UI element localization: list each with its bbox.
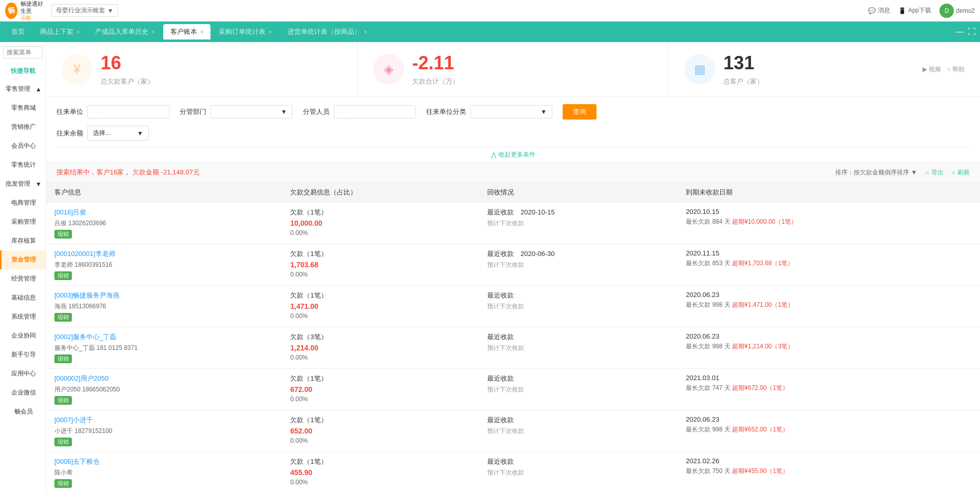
debt-amount[interactable]: 652.00 <box>290 427 471 435</box>
balance-select[interactable]: 选择... ▼ <box>87 126 149 141</box>
overdue-link[interactable]: 超期¥1,703.68（1笔） <box>732 260 794 267</box>
tab-customer-account[interactable]: 客户账本 × <box>163 24 210 40</box>
customer-name-link[interactable]: [0016]吕俊 <box>54 208 274 217</box>
refresh-button[interactable]: ○ 刷新 <box>952 168 970 177</box>
manager-input[interactable]: ··· <box>334 105 416 119</box>
overdue-link[interactable]: 超期¥1,214.00（3笔） <box>732 343 794 350</box>
overdue-link[interactable]: 超期¥455.90（1笔） <box>732 467 789 475</box>
customer-name-link[interactable]: [000002]用户2050 <box>54 374 274 383</box>
overdue-link[interactable]: 超期¥652.00（1笔） <box>732 426 789 433</box>
overdue-link[interactable]: 超期¥1,471.00（1笔） <box>732 301 794 308</box>
tab-inventory-history[interactable]: 产成品入库单历史 × <box>88 24 162 40</box>
tab-bar: 首页 商品上下架 × 产成品入库单历史 × 客户账本 × 采购订单统计表 × 进… <box>0 22 980 42</box>
export-button[interactable]: ○ 导出 <box>926 168 944 177</box>
tab-close-icon[interactable]: × <box>268 29 272 35</box>
recovery-cell: 最近收款 预计下次收款 <box>479 286 678 316</box>
balance-label: 往来余额 <box>56 129 83 138</box>
sidebar-item-chang-member[interactable]: 畅会员 <box>0 402 46 421</box>
message-button[interactable]: 💬 消息 <box>868 6 890 15</box>
customer-name-link[interactable]: [0001020001]李老师 <box>54 249 274 259</box>
expand-tabs-icon[interactable]: ⛶ <box>968 27 976 36</box>
sidebar-item-retail-mall[interactable]: 零售商城 <box>0 98 46 117</box>
next-collection-label: 预计下次收款 <box>487 261 669 269</box>
tab-stock-stats[interactable]: 进货单统计表（按商品） × <box>280 24 374 40</box>
filter-balance: 往来余额 选择... ▼ <box>56 126 149 141</box>
unit-category-select[interactable]: ▼ <box>470 105 552 119</box>
search-input[interactable] <box>3 46 43 58</box>
sidebar-item-member-center[interactable]: 会员中心 <box>0 136 46 155</box>
sidebar-item-enterprise-collab[interactable]: 企业协同 <box>0 326 46 345</box>
customer-name-link[interactable]: [0003]畅捷服务尹海燕 <box>54 291 274 300</box>
collapse-filters-button[interactable]: ⋀ 收起更多条件 <box>56 147 970 162</box>
customer-name-link[interactable]: [0002]服务中心_丁磊 <box>54 332 274 342</box>
table-row: [0002]服务中心_丁磊 服务中心_丁磊 181 0125 8371 现销 欠… <box>46 327 980 369</box>
sidebar: 快捷导航 零售管理 ▲ 零售商城 营销推广 会员中心 零售统计 批发管理 ▼ <box>0 42 46 493</box>
minimize-tabs-icon[interactable]: — <box>955 27 964 36</box>
sidebar-item-beginner-guide[interactable]: 新手引导 <box>0 345 46 364</box>
recovery-cell: 最近收款 预计下次收款 <box>479 369 678 399</box>
sidebar-item-purchase[interactable]: 采购管理 <box>0 212 46 231</box>
chevron-down-icon: ▼ <box>137 130 143 137</box>
tab-close-icon[interactable]: × <box>151 29 155 35</box>
debt-amount[interactable]: 1,703.68 <box>290 261 471 269</box>
debt-amount[interactable]: 672.00 <box>290 385 471 393</box>
sidebar-item-retail-stats[interactable]: 零售统计 <box>0 155 46 174</box>
search-button[interactable]: 查询 <box>563 104 597 120</box>
department-select[interactable]: ▼ <box>210 105 293 119</box>
sidebar-item-app-center[interactable]: 应用中心 <box>0 364 46 383</box>
debt-amount[interactable]: 1,471.00 <box>290 302 471 310</box>
due-date: 2020.10.15 <box>686 208 972 215</box>
overdue-link[interactable]: 超期¥10,000.00（1笔） <box>732 218 797 225</box>
sidebar-item-inventory[interactable]: 库存核算 <box>0 231 46 250</box>
tab-home[interactable]: 首页 <box>4 24 32 40</box>
store-selector[interactable]: 母婴行业演示账套 ▼ <box>51 4 118 17</box>
source-unit-input[interactable]: ··· <box>87 105 169 119</box>
sidebar-item-enterprise-wechat[interactable]: 企业微信 <box>0 383 46 402</box>
tab-close-icon[interactable]: × <box>364 29 367 35</box>
top-right-actions: 💬 消息 📱 App下载 D demo2 <box>868 4 975 18</box>
diamond-icon: ◈ <box>373 54 404 85</box>
debt-amount[interactable]: 10,000.00 <box>290 219 471 227</box>
customer-phone: 陈小希 <box>54 468 274 477</box>
debt-info-cell: 欠款（1笔） 455.90 0.00% <box>282 452 479 491</box>
tab-close-icon[interactable]: × <box>200 29 203 35</box>
sort-selector[interactable]: 排序：按欠款金额倒序排序 ▼ <box>835 168 917 177</box>
customer-name-link[interactable]: [0007]小进千 <box>54 416 274 425</box>
debt-count: 欠款（1笔） <box>290 416 471 425</box>
sidebar-item-retail-management[interactable]: 零售管理 ▲ <box>0 80 46 98</box>
sidebar-item-system[interactable]: 系统管理 <box>0 307 46 326</box>
debt-amount[interactable]: 455.90 <box>290 468 471 477</box>
customer-info-cell: [0001020001]李老师 李老师 18600391516 现销 <box>46 244 282 285</box>
last-payment-date: 最近收款 <box>487 291 669 300</box>
tab-close-icon[interactable]: × <box>76 29 80 35</box>
help-button[interactable]: ○ 帮助 <box>947 65 965 74</box>
overdue-link[interactable]: 超期¥672.00（1笔） <box>732 384 789 391</box>
due-days: 最长欠款 747 天 超期¥672.00（1笔） <box>686 384 972 392</box>
app-download-button[interactable]: 📱 App下载 <box>898 6 931 15</box>
tab-label: 产成品入库单历史 <box>95 27 148 36</box>
sidebar-item-marketing[interactable]: 营销推广 <box>0 117 46 136</box>
sidebar-item-finance[interactable]: 资金管理 <box>0 250 46 269</box>
video-button[interactable]: ▶ 视频 <box>923 65 941 74</box>
debt-amount[interactable]: 1,214.00 <box>290 344 471 352</box>
debt-count: 欠款（1笔） <box>290 291 471 300</box>
debt-ratio: 0.00% <box>290 229 471 236</box>
customer-tag: 现销 <box>54 354 72 363</box>
customer-info-cell: [0016]吕俊 吕俊 13026203696 现销 <box>46 203 282 244</box>
sidebar-item-ecommerce[interactable]: 电商管理 <box>0 193 46 212</box>
debt-info-cell: 欠款（3笔） 1,214.00 0.00% <box>282 327 479 366</box>
sidebar-item-wholesale[interactable]: 批发管理 ▼ <box>0 174 46 193</box>
next-collection-label: 预计下次收款 <box>487 219 669 228</box>
last-payment-date: 最近收款 2020-06-30 <box>487 249 669 259</box>
customer-name-link[interactable]: [0006]去下粮仓 <box>54 457 274 466</box>
debt-count: 欠款（3笔） <box>290 332 471 342</box>
tab-purchase-stats[interactable]: 采购订单统计表 × <box>212 24 279 40</box>
unit-category-label: 往来单位分类 <box>426 107 466 116</box>
due-days: 最长欠款 998 天 超期¥1,214.00（3笔） <box>686 342 972 351</box>
tab-product-listing[interactable]: 商品上下架 × <box>33 24 87 40</box>
sidebar-item-quick-nav[interactable]: 快捷导航 <box>0 63 46 80</box>
debt-ratio: 0.00% <box>290 396 471 403</box>
sidebar-item-basic-info[interactable]: 基础信息 <box>0 288 46 307</box>
user-menu[interactable]: D demo2 <box>939 4 975 18</box>
sidebar-item-management[interactable]: 经营管理 <box>0 269 46 288</box>
